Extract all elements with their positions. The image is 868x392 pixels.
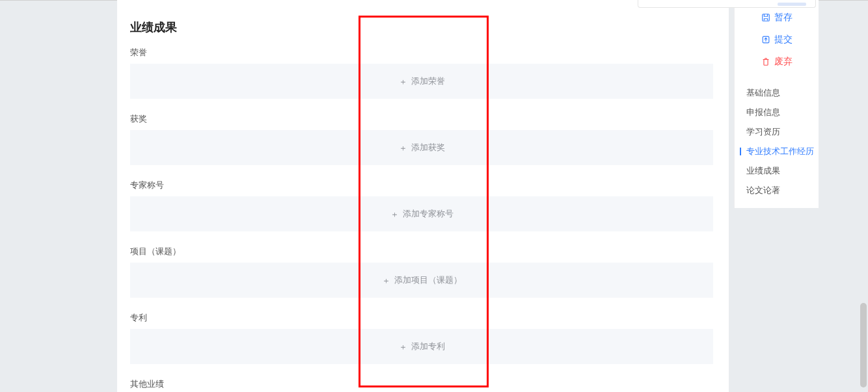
group-label: 专利 (130, 312, 713, 324)
plus-icon: ＋ (399, 343, 407, 351)
plus-icon: ＋ (390, 210, 399, 218)
submit-icon (761, 35, 770, 44)
page-scrollbar-thumb[interactable] (860, 303, 867, 387)
group-label: 专家称号 (130, 179, 713, 191)
plus-icon: ＋ (399, 77, 407, 86)
save-icon (761, 13, 770, 22)
nav-label: 业绩成果 (746, 166, 780, 176)
add-project-button[interactable]: ＋ 添加项目（课题） (130, 263, 713, 298)
floating-panel-fragment (638, 0, 816, 8)
group-label: 其他业绩 (130, 378, 713, 390)
group-label: 获奖 (130, 113, 713, 125)
plus-icon: ＋ (399, 144, 407, 152)
nav-education[interactable]: 学习资历 (735, 122, 819, 142)
nav-papers[interactable]: 论文论著 (735, 181, 819, 200)
trash-icon (761, 57, 770, 66)
discard-button[interactable]: 废弃 (735, 51, 819, 73)
discard-label: 废弃 (774, 56, 793, 68)
add-patent-button[interactable]: ＋ 添加专利 (130, 329, 713, 364)
nav-label: 基础信息 (746, 88, 780, 98)
add-award-label: 添加获奖 (411, 142, 445, 153)
save-draft-button[interactable]: 暂存 (735, 7, 819, 29)
nav-label: 申报信息 (746, 107, 780, 117)
submit-label: 提交 (774, 34, 793, 46)
add-expert-title-button[interactable]: ＋ 添加专家称号 (130, 196, 713, 231)
submit-button[interactable]: 提交 (735, 29, 819, 51)
nav-label: 学习资历 (746, 127, 780, 137)
add-patent-label: 添加专利 (411, 341, 445, 352)
group-label: 项目（课题） (130, 246, 713, 257)
nav-label: 专业技术工作经历 (746, 146, 814, 156)
add-honor-label: 添加荣誉 (411, 75, 445, 87)
add-honor-button[interactable]: ＋ 添加荣誉 (130, 64, 713, 99)
group-label: 荣誉 (130, 47, 713, 59)
nav-work-history[interactable]: 专业技术工作经历 (735, 142, 819, 161)
nav-application-info[interactable]: 申报信息 (735, 103, 819, 122)
save-draft-label: 暂存 (774, 12, 793, 23)
sidebar-nav: 基础信息 申报信息 学习资历 专业技术工作经历 业绩成果 论文论著 (735, 78, 819, 208)
svg-rect-0 (762, 14, 769, 21)
nav-label: 论文论著 (746, 185, 780, 195)
content-card: 业绩成果 荣誉 ＋ 添加荣誉 获奖 ＋ 添加获奖 专家称号 ＋ 添加专家称号 项… (117, 0, 729, 392)
nav-achievements[interactable]: 业绩成果 (735, 161, 819, 181)
sidebar-actions: 暂存 提交 废弃 (735, 0, 819, 78)
add-expert-title-label: 添加专家称号 (403, 208, 454, 220)
plus-icon: ＋ (382, 276, 390, 285)
add-project-label: 添加项目（课题） (394, 274, 462, 286)
right-sidebar: 暂存 提交 废弃 基础信息 申报信息 (734, 0, 819, 208)
nav-basic-info[interactable]: 基础信息 (735, 83, 819, 103)
add-award-button[interactable]: ＋ 添加获奖 (130, 130, 713, 165)
section-title: 业绩成果 (130, 20, 713, 35)
